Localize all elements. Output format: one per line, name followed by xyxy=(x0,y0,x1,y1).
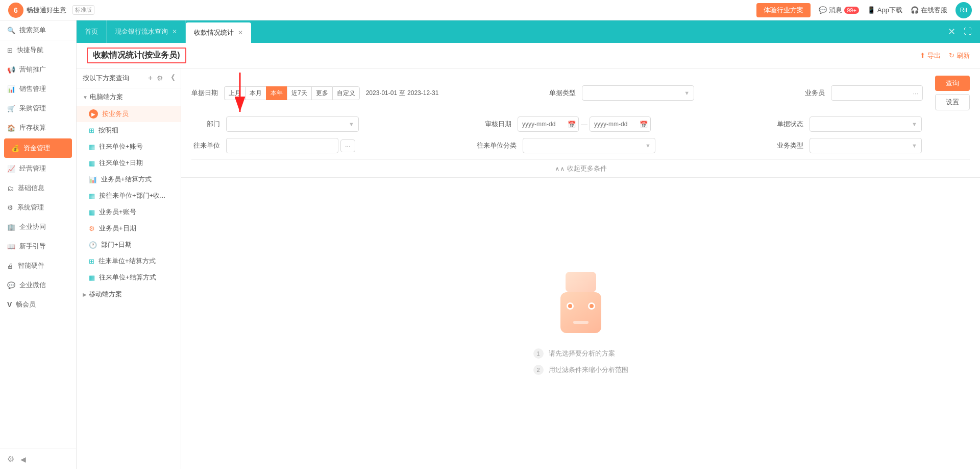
tab-bank-flow[interactable]: 现金银行流水查询 ✕ xyxy=(107,20,186,43)
salesperson-scheme-icon: ▶ xyxy=(89,109,98,119)
dept-dropdown-icon: ▼ xyxy=(349,121,354,127)
scheme-group-mobile-title[interactable]: ▶ 移动端方案 xyxy=(77,286,181,303)
customer-field[interactable] xyxy=(226,138,338,153)
scheme-settings-btn[interactable]: ⚙ xyxy=(157,74,163,82)
sidebar-item-purchase[interactable]: 🛒 采购管理 xyxy=(0,99,76,118)
smart-hw-icon: 🖨 xyxy=(7,262,14,270)
refresh-icon: ↻ xyxy=(949,52,954,59)
refresh-btn[interactable]: ↻ 刷新 xyxy=(949,51,970,60)
notification-label: 消息 xyxy=(829,6,842,15)
dept-field[interactable]: ▼ xyxy=(226,116,359,132)
salesperson-field[interactable]: ··· xyxy=(831,85,923,101)
customer-label: 往来单位 xyxy=(191,141,220,150)
scheme-item-by-detail[interactable]: ⊞ 按明细 xyxy=(77,122,181,138)
scheme-item-salesperson-date[interactable]: ⚙ 业务员+日期 xyxy=(77,220,181,237)
scheme-group-desktop-title[interactable]: ▼ 电脑端方案 xyxy=(77,88,181,106)
date-tab-this-year[interactable]: 本年 xyxy=(266,86,287,100)
sidebar-item-quick-nav[interactable]: ⊞ 快捷导航 xyxy=(0,40,76,60)
scheme-item-by-salesperson[interactable]: ▶ 按业务员 xyxy=(77,106,181,122)
sidebar-item-enterprise[interactable]: 🏢 企业协同 xyxy=(0,217,76,237)
table5-icon: ▦ xyxy=(89,274,95,282)
settings-button[interactable]: 设置 xyxy=(935,94,970,110)
sidebar-item-smart-hw[interactable]: 🖨 智能硬件 xyxy=(0,256,76,275)
doc-status-dropdown-icon: ▼ xyxy=(912,121,917,127)
basic-info-icon: 🗂 xyxy=(7,184,14,192)
doc-status-label: 单据状态 xyxy=(777,120,803,129)
tab-bar-actions: ✕ ⛶ xyxy=(940,20,980,43)
date-tab-this-month[interactable]: 本月 xyxy=(245,86,266,100)
date-tab-last-month[interactable]: 上月 xyxy=(224,86,245,100)
scheme-item-customer-payment2[interactable]: ▦ 往来单位+结算方式 xyxy=(77,269,181,286)
sidebar-item-operations[interactable]: 📈 经营管理 xyxy=(0,159,76,178)
sidebar-collapse-btn[interactable]: ◀ xyxy=(20,455,26,463)
maximize-window-btn[interactable]: ⛶ xyxy=(964,27,972,36)
tab-collection-stats[interactable]: 收款情况统计 ✕ xyxy=(186,22,251,43)
sidebar-item-finance[interactable]: 💰 资金管理 xyxy=(4,138,72,158)
sidebar-item-sales[interactable]: 📊 销售管理 xyxy=(0,79,76,99)
business-type-dropdown-icon: ▼ xyxy=(912,143,917,149)
sidebar-item-wechat[interactable]: 💬 企业微信 xyxy=(0,275,76,295)
sidebar-item-inventory[interactable]: 🏠 库存核算 xyxy=(0,118,76,137)
guide-icon: 📖 xyxy=(7,243,15,250)
scheme-item-customer-payment1[interactable]: ⊞ 往来单位+结算方式 xyxy=(77,253,181,269)
business-type-label: 业务类型 xyxy=(777,141,803,150)
date-tab-custom[interactable]: 自定义 xyxy=(332,86,360,100)
scheme-collapse-btn[interactable]: 《 xyxy=(167,74,175,83)
tab-home[interactable]: 首页 xyxy=(77,20,107,43)
doc-type-label: 单据类型 xyxy=(549,88,576,98)
sidebar-item-member[interactable]: V 畅会员 xyxy=(0,295,76,314)
app-name: 畅捷通好生意 xyxy=(27,6,66,15)
date-tab-last-7days[interactable]: 近7天 xyxy=(287,86,311,100)
sidebar-item-system[interactable]: ⚙ 系统管理 xyxy=(0,198,76,217)
customer-category-label: 往来单位分类 xyxy=(477,141,517,150)
scheme-item-dept-date[interactable]: 🕐 部门+日期 xyxy=(77,237,181,253)
customer-more-btn[interactable]: ··· xyxy=(340,139,355,152)
export-btn[interactable]: ⬆ 导出 xyxy=(920,51,941,60)
scheme-add-btn[interactable]: + xyxy=(148,74,153,83)
doc-type-dropdown-icon: ▼ xyxy=(684,90,690,96)
scheme-item-salesperson-payment[interactable]: 📊 业务员+结算方式 xyxy=(77,171,181,187)
query-button[interactable]: 查询 xyxy=(935,76,970,91)
empty-tip-1: 1 请先选择要分析的方案 xyxy=(533,348,628,359)
download-icon: 📱 xyxy=(867,6,875,14)
scheme-item-customer-account[interactable]: ▦ 往来单位+账号 xyxy=(77,138,181,155)
close-window-btn[interactable]: ✕ xyxy=(948,26,955,37)
salesperson-label: 业务员 xyxy=(805,88,825,98)
page-header: 收款情况统计(按业务员) ⬆ 导出 ↻ 刷新 xyxy=(77,43,980,68)
tab-collection-stats-close[interactable]: ✕ xyxy=(238,29,243,36)
collapse-conditions-btn[interactable]: ∧∧ 收起更多条件 xyxy=(191,159,970,177)
doc-type-field[interactable]: ▼ xyxy=(582,85,694,101)
app-download-link[interactable]: 📱 App下载 xyxy=(867,6,902,15)
sidebar-item-guide[interactable]: 📖 新手引导 xyxy=(0,237,76,256)
edition-badge: 标准版 xyxy=(72,5,94,15)
notification-badge: 99+ xyxy=(844,7,859,14)
wechat-icon: 💬 xyxy=(7,282,15,289)
scheme-item-salesperson-account[interactable]: ▦ 业务员+账号 xyxy=(77,204,181,220)
page-title: 收款情况统计(按业务员) xyxy=(87,48,186,63)
system-icon: ⚙ xyxy=(7,204,13,212)
enterprise-icon: 🏢 xyxy=(7,223,15,231)
sidebar-settings-btn[interactable]: ⚙ xyxy=(7,454,14,464)
dept-label: 部门 xyxy=(191,120,220,129)
scheme-item-customer-date[interactable]: ▦ 往来单位+日期 xyxy=(77,155,181,171)
online-service-link[interactable]: 🎧 在线客服 xyxy=(911,6,947,15)
gear2-icon: ⚙ xyxy=(89,225,95,232)
date-tab-more[interactable]: 更多 xyxy=(311,86,332,100)
salesperson-more-icon: ··· xyxy=(913,89,918,97)
date-tabs: 上月 本月 本年 近7天 更多 自定义 xyxy=(224,86,360,100)
service-icon: 🎧 xyxy=(911,6,919,14)
query-conditions: 单据日期 上月 本月 本年 近7天 更多 自定义 2023-01-01 xyxy=(181,68,980,178)
arrow-right-icon: ▶ xyxy=(83,292,87,297)
doc-status-field[interactable]: ▼ xyxy=(810,116,922,132)
tab-bank-flow-close[interactable]: ✕ xyxy=(172,28,177,35)
customer-category-field[interactable]: ▼ xyxy=(523,138,655,153)
user-avatar[interactable]: Rit xyxy=(955,2,972,18)
sidebar-item-search[interactable]: 🔍 搜索菜单 xyxy=(0,20,76,40)
date-from-value: 2023-01-01 xyxy=(366,89,397,97)
business-type-field[interactable]: ▼ xyxy=(810,138,922,153)
notification-area[interactable]: 💬 消息 99+ xyxy=(819,6,859,15)
scheme-item-customer-dept-col[interactable]: ▦ 按往来单位+部门+收... xyxy=(77,187,181,204)
sidebar-item-marketing[interactable]: 📢 营销推广 xyxy=(0,60,76,79)
trial-button[interactable]: 体验行业方案 xyxy=(756,3,811,17)
sidebar-item-basic-info[interactable]: 🗂 基础信息 xyxy=(0,178,76,198)
